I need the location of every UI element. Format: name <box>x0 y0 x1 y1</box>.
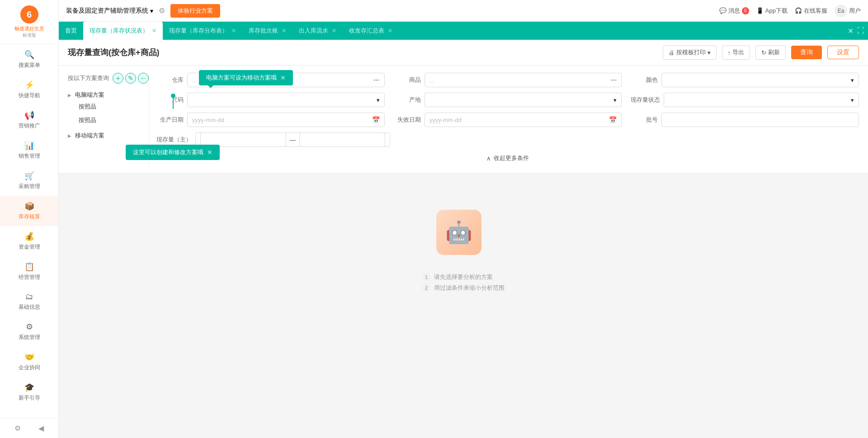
top-header: 装备及固定资产辅助管理系统 ▾ ⚙ 体验行业方案 💬 消息 6 📱 App下载 … <box>59 0 868 22</box>
reset-btn[interactable]: 设置 <box>827 46 859 59</box>
page-actions: 🖨 按模板打印 ▾ ↑ 导出 ↻ 刷新 查询 设置 <box>663 45 859 60</box>
origin-dropdown-icon: ▾ <box>613 97 617 104</box>
sidebar-item-marketing[interactable]: 📢 营销推广 <box>0 105 58 135</box>
industry-btn[interactable]: 体验行业方案 <box>170 4 220 18</box>
export-icon: ↑ <box>728 49 731 56</box>
app-download-action[interactable]: 📱 App下载 <box>756 7 788 15</box>
system-name-dropdown[interactable]: 装备及固定资产辅助管理系统 ▾ <box>66 7 153 15</box>
edit-scheme-btn[interactable]: ✎ <box>125 73 136 84</box>
dropdown-icon: ▾ <box>150 7 153 14</box>
sidebar-item-purchase[interactable]: 🛒 采购管理 <box>0 165 58 196</box>
sidebar-item-system[interactable]: ⚙ 系统管理 <box>0 316 58 347</box>
scheme-mobile[interactable]: ▶ 移动端方案 <box>68 130 143 141</box>
settings-footer-btn[interactable]: ⚙ <box>14 424 21 433</box>
sidebar-item-sales[interactable]: 📊 销售管理 <box>0 135 58 165</box>
sidebar: 6 畅捷通好生意 标准版 🔍 搜索菜单 ⚡ 快捷导航 📢 营销推广 📊 销售管理… <box>0 0 59 438</box>
tab-close-inventory-status[interactable]: ✕ <box>152 28 156 34</box>
origin-field: 产地 ▾ <box>394 93 622 107</box>
batch-no-field: 批号 <box>631 113 859 127</box>
finance-nav-icon: 💰 <box>24 231 34 241</box>
logo-text: 畅捷通好生意 标准版 <box>14 25 44 38</box>
user-avatar: Ea <box>835 5 847 17</box>
scheme-item-1[interactable]: 按照品 <box>75 101 143 113</box>
tab-fullscreen-icon[interactable]: ⛶ <box>857 27 864 35</box>
stock-qty-to[interactable] <box>299 132 385 147</box>
filter-area: 按以下方案查询 + ✎ ← ▶ 电脑端方案 按照品 <box>59 66 868 174</box>
filter-row-4: 现存量（主） — <box>156 132 859 147</box>
system-name: 装备及固定资产辅助管理系统 <box>66 7 148 15</box>
desktop-arrow-icon: ▶ <box>68 93 71 98</box>
tab-inventory-dist[interactable]: 现存量（库存分布表） ✕ <box>163 22 242 40</box>
tab-inventory-status[interactable]: 现存量（库存状况表） ✕ <box>83 22 163 40</box>
more-conditions-btn[interactable]: ∧ 收起更多条件 <box>156 151 859 166</box>
origin-select[interactable]: ▾ <box>425 93 622 107</box>
tab-batch[interactable]: 库存批次账 ✕ <box>242 22 292 40</box>
filter-row-3: 生产日期 yyyy-mm-dd 📅 失效日期 yyyy-mm-dd 📅 <box>156 113 859 127</box>
inventory-nav-icon: 📦 <box>24 201 34 211</box>
expire-date-input[interactable]: yyyy-mm-dd 📅 <box>425 113 622 127</box>
size-label: 尺码 <box>156 96 184 104</box>
tab-close-batch[interactable]: ✕ <box>282 28 286 34</box>
message-icon: 💬 <box>719 7 726 14</box>
tooltip-2-container: 这里可以创建和修改方案哦 ✕ <box>126 145 220 160</box>
sidebar-item-newbie[interactable]: 🎓 新手引导 <box>0 377 58 407</box>
template-print-btn[interactable]: 🖨 按模板打印 ▾ <box>663 45 717 60</box>
sidebar-item-inventory[interactable]: 📦 库存核算 <box>0 196 58 226</box>
quick-nav-icon: ⚡ <box>24 80 34 90</box>
service-action[interactable]: 🎧 在线客服 <box>795 7 827 15</box>
goods-select[interactable]: ... ••• <box>425 73 622 87</box>
tab-close-all-icon[interactable]: ✕ <box>848 27 854 35</box>
color-field: 颜色 ▾ <box>631 73 859 87</box>
stock-status-label: 现存量状态 <box>631 96 660 104</box>
message-action[interactable]: 💬 消息 6 <box>719 7 749 15</box>
batch-no-input[interactable] <box>661 113 859 127</box>
add-scheme-btn[interactable]: + <box>113 73 123 84</box>
size-select[interactable]: ▾ <box>187 93 385 107</box>
tab-receive[interactable]: 收发存汇总表 ✕ <box>343 22 399 40</box>
marketing-nav-icon: 📢 <box>24 110 34 120</box>
hint-item-2: 2 用过滤条件来缩小分析范围 <box>422 284 505 292</box>
expire-date-label: 失效日期 <box>394 116 421 124</box>
search-nav-icon: 🔍 <box>24 50 34 60</box>
filter-label: 按以下方案查询 <box>68 74 109 82</box>
back-scheme-btn[interactable]: ← <box>138 73 149 84</box>
color-dropdown-icon: ▾ <box>851 77 854 84</box>
sidebar-item-finance[interactable]: 💰 资金管理 <box>0 226 58 256</box>
color-select[interactable]: ▾ <box>661 73 859 87</box>
tooltip-2-close[interactable]: ✕ <box>207 149 212 156</box>
main-content: 现存量查询(按仓库+商品) 🖨 按模板打印 ▾ ↑ 导出 ↻ 刷新 查询 设置 <box>59 40 868 438</box>
tab-home[interactable]: 首页 <box>59 22 83 40</box>
phone-icon: 📱 <box>756 7 764 14</box>
sidebar-item-basic[interactable]: 🗂 基础信息 <box>0 287 58 316</box>
tab-close-receive[interactable]: ✕ <box>388 28 392 34</box>
sidebar-item-search[interactable]: 🔍 搜索菜单 <box>0 44 58 75</box>
sidebar-item-operation[interactable]: 📋 经营管理 <box>0 256 58 287</box>
search-btn[interactable]: 查询 <box>791 46 822 59</box>
tab-close-inout[interactable]: ✕ <box>332 28 336 34</box>
tab-inout[interactable]: 出入库流水 ✕ <box>292 22 343 40</box>
collapse-footer-btn[interactable]: ◀ <box>38 424 44 433</box>
page-header: 现存量查询(按仓库+商品) 🖨 按模板打印 ▾ ↑ 导出 ↻ 刷新 查询 设置 <box>59 40 868 66</box>
logo-icon: 6 <box>20 5 38 24</box>
prod-date-input[interactable]: yyyy-mm-dd 📅 <box>187 113 385 127</box>
stock-qty-input[interactable]: — <box>195 132 390 147</box>
sidebar-item-quick[interactable]: ⚡ 快捷导航 <box>0 75 58 105</box>
header-right: 💬 消息 6 📱 App下载 🎧 在线客服 Ea 用户 <box>719 5 861 17</box>
page-title: 现存量查询(按仓库+商品) <box>68 47 160 58</box>
stock-status-select[interactable]: ▾ <box>664 93 859 107</box>
filter-header: 按以下方案查询 + ✎ ← <box>68 73 143 84</box>
filter-row-2: 尺码 ▾ 产地 ▾ <box>156 93 859 107</box>
scheme-item-2[interactable]: 按照品 <box>75 114 143 126</box>
scheme-desktop[interactable]: ▶ 电脑端方案 <box>68 89 143 101</box>
sales-nav-icon: 📊 <box>24 141 34 151</box>
newbie-nav-icon: 🎓 <box>24 382 34 392</box>
color-label: 颜色 <box>631 76 658 84</box>
tooltip-1-close[interactable]: ✕ <box>280 74 286 81</box>
sidebar-item-enterprise[interactable]: 🤝 企业协同 <box>0 347 58 377</box>
user-action[interactable]: Ea 用户 <box>835 5 861 17</box>
tab-close-inventory-dist[interactable]: ✕ <box>231 28 236 34</box>
mobile-arrow-icon: ▶ <box>68 133 71 138</box>
refresh-btn[interactable]: ↻ 刷新 <box>755 45 786 60</box>
header-settings-icon[interactable]: ⚙ <box>159 6 165 15</box>
export-btn[interactable]: ↑ 导出 <box>722 45 750 60</box>
